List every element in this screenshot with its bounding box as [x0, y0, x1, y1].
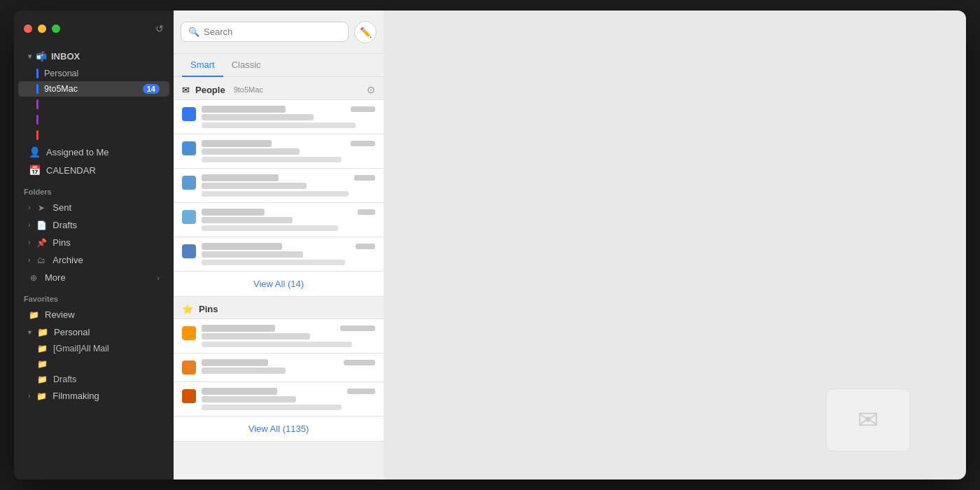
- inbox-icon: 📬: [36, 51, 47, 62]
- email-sender: [202, 388, 277, 395]
- email-sender: [202, 106, 286, 113]
- email-item[interactable]: [174, 382, 384, 416]
- mail-envelope-icon: ✉: [858, 405, 878, 435]
- email-item[interactable]: [174, 100, 384, 134]
- pins-chevron: ›: [28, 239, 30, 246]
- email-item[interactable]: [174, 203, 384, 237]
- email-preview: [202, 260, 345, 265]
- archive-label: Archive: [52, 255, 83, 265]
- personal-accent: [36, 69, 38, 78]
- drafts-icon: 📄: [36, 220, 47, 230]
- people-section-icon: ✉: [182, 85, 190, 95]
- email-item[interactable]: [174, 134, 384, 169]
- sidebar-item-filmmaking[interactable]: › 📁 Filmmaking: [18, 387, 169, 405]
- sidebar-item-fav-drafts[interactable]: 📁 Drafts: [18, 372, 169, 387]
- maximize-button[interactable]: [52, 24, 60, 33]
- folders-label: Folders: [14, 179, 174, 199]
- email-list-panel: 🔍 ✏️ Smart Classic ✉ People 9to5Mac ⊙: [174, 10, 384, 479]
- purple-accent-1: [36, 99, 38, 109]
- avatar: [182, 210, 196, 224]
- avatar: [182, 141, 196, 155]
- email-preview: [202, 225, 338, 231]
- assigned-label: Assigned to Me: [46, 147, 109, 158]
- filmmaking-icon: 📁: [36, 391, 47, 401]
- avatar: [182, 244, 196, 258]
- email-item[interactable]: [174, 319, 384, 354]
- email-item[interactable]: [174, 354, 384, 382]
- more-icon: ⊕: [28, 273, 39, 283]
- gmail-sub-icon: 📁: [36, 359, 48, 369]
- personal-label: Personal: [44, 69, 78, 78]
- email-sender: [202, 359, 268, 366]
- email-sender: [202, 243, 282, 250]
- sidebar-item-gmail-sub[interactable]: 📁: [18, 356, 169, 372]
- sidebar-item-9to5mac[interactable]: 9to5Mac 14: [18, 81, 169, 97]
- sidebar-item-assigned[interactable]: 👤 Assigned to Me: [18, 143, 169, 161]
- inbox-label: INBOX: [51, 51, 80, 62]
- sidebar-item-personal[interactable]: Personal: [18, 66, 169, 81]
- sidebar-item-drafts[interactable]: › 📄 Drafts: [18, 216, 169, 234]
- pins-section-header: ⭐ Pins: [174, 297, 384, 319]
- sidebar-item-archive[interactable]: › 🗂 Archive: [18, 251, 169, 269]
- sidebar: ↺ ▾ 📬 INBOX Personal 9to5Mac 14: [14, 10, 174, 479]
- email-time: [344, 360, 375, 365]
- review-label: Review: [45, 309, 75, 320]
- email-sender: [202, 209, 265, 216]
- search-input-wrap[interactable]: 🔍: [181, 22, 349, 42]
- tab-smart[interactable]: Smart: [182, 54, 223, 77]
- app-window: ↺ ▾ 📬 INBOX Personal 9to5Mac 14: [14, 10, 966, 479]
- email-time: [356, 244, 375, 249]
- chevron-icon: ▾: [28, 52, 31, 60]
- email-time: [358, 209, 375, 215]
- sidebar-item-purple2[interactable]: [18, 112, 169, 127]
- calendar-label: CALENDAR: [46, 165, 96, 176]
- people-check-icon[interactable]: ⊙: [367, 84, 375, 95]
- search-input[interactable]: [204, 27, 341, 37]
- email-sender: [202, 140, 272, 147]
- email-sender: [202, 174, 279, 181]
- sidebar-item-calendar[interactable]: 📅 CALENDAR: [18, 161, 169, 179]
- email-subject: [202, 183, 307, 189]
- sidebar-item-sent[interactable]: › ➤ Sent: [18, 199, 169, 216]
- compose-button[interactable]: ✏️: [354, 21, 377, 43]
- search-icon: 🔍: [188, 27, 200, 37]
- view-all-people[interactable]: View All (14): [174, 272, 384, 297]
- search-bar: 🔍 ✏️: [174, 10, 384, 54]
- drafts-label: Drafts: [52, 220, 77, 230]
- assigned-icon: 👤: [28, 146, 41, 158]
- titlebar: ↺: [14, 10, 174, 47]
- fav-drafts-label: Drafts: [53, 374, 76, 384]
- sidebar-item-review[interactable]: 📁 Review: [18, 306, 169, 323]
- email-time: [347, 388, 375, 394]
- email-time: [354, 175, 375, 181]
- sidebar-item-purple1[interactable]: [18, 97, 169, 112]
- more-arrow: ›: [157, 274, 160, 282]
- close-button[interactable]: [24, 24, 32, 33]
- email-item[interactable]: [174, 237, 384, 272]
- sidebar-item-fav-personal[interactable]: ▾ 📁 Personal: [18, 323, 169, 341]
- fav-personal-chevron: ▾: [28, 328, 31, 336]
- minimize-button[interactable]: [38, 24, 46, 33]
- email-content: [202, 243, 375, 265]
- inbox-header[interactable]: ▾ 📬 INBOX: [18, 47, 169, 66]
- email-item[interactable]: [174, 169, 384, 203]
- filmmaking-label: Filmmaking: [52, 391, 99, 401]
- email-preview: [202, 157, 342, 162]
- sidebar-item-pins[interactable]: › 📌 Pins: [18, 234, 169, 251]
- gmail-all-icon: 📁: [36, 344, 48, 354]
- sidebar-item-more[interactable]: ⊕ More ›: [18, 269, 169, 286]
- pins-avatar: [182, 326, 196, 340]
- fav-drafts-icon: 📁: [36, 374, 48, 384]
- refresh-icon[interactable]: ↺: [155, 23, 164, 34]
- fav-personal-icon: 📁: [37, 327, 48, 337]
- content-area: ✉: [384, 10, 966, 479]
- tab-classic[interactable]: Classic: [223, 54, 270, 77]
- email-content: [202, 359, 375, 376]
- sidebar-item-red[interactable]: [18, 127, 169, 143]
- email-subject: [202, 333, 310, 340]
- empty-state-icon: ✉: [826, 388, 910, 451]
- 9to5mac-label: 9to5Mac: [44, 84, 78, 94]
- drafts-chevron: ›: [28, 221, 30, 229]
- sidebar-item-gmail-all[interactable]: 📁 [Gmail]All Mail: [18, 341, 169, 356]
- view-all-pins[interactable]: View All (1135): [174, 416, 384, 442]
